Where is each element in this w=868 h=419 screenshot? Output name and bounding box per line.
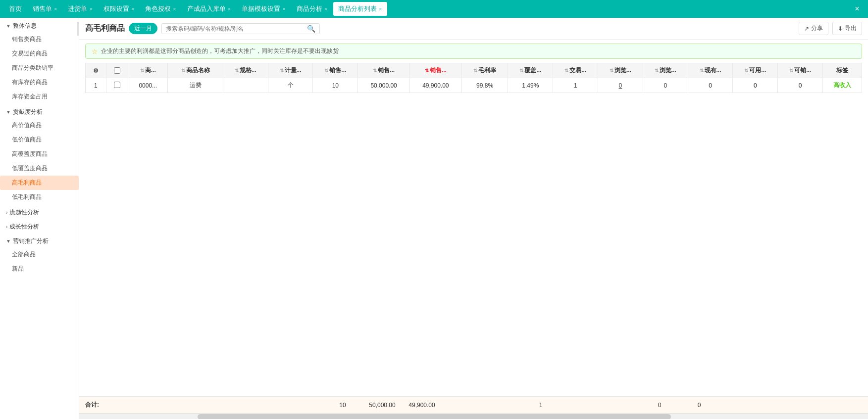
sidebar-item-high-value[interactable]: 高价值商品 — [0, 118, 79, 133]
close-template-tab[interactable]: × — [282, 6, 285, 12]
col-checkbox[interactable] — [106, 63, 128, 78]
arrow-icon-3: › — [6, 210, 7, 215]
sidebar-item-traded-goods[interactable]: 交易过的商品 — [0, 47, 79, 61]
col-transaction[interactable]: ⇅交易... — [553, 63, 598, 78]
col-tag[interactable]: 标签 — [823, 63, 862, 78]
sort-icon-11: ⇅ — [610, 68, 613, 73]
sort-icon-4: ⇅ — [280, 68, 284, 73]
sidebar-section-trend[interactable]: › 流趋性分析 — [0, 204, 79, 219]
page-title: 高毛利商品 — [85, 23, 125, 34]
close-sales-tab[interactable]: × — [54, 6, 57, 12]
cell-checkbox[interactable] — [106, 78, 128, 93]
select-all-checkbox[interactable] — [114, 67, 120, 74]
export-button[interactable]: ⬇ 导出 — [832, 22, 862, 35]
col-current[interactable]: ⇅现有... — [688, 63, 733, 78]
nav-template[interactable]: 单据模板设置 × — [237, 2, 290, 16]
col-coverage[interactable]: ⇅覆盖... — [508, 63, 553, 78]
sidebar-item-in-stock[interactable]: 有库存的商品 — [0, 75, 79, 90]
top-nav: 首页 销售单 × 进货单 × 权限设置 × 角色授权 × 产成品入库单 × 单据… — [0, 0, 868, 18]
search-icon[interactable]: 🔍 — [307, 25, 315, 33]
col-unit[interactable]: ⇅计量... — [268, 63, 313, 78]
nav-permission[interactable]: 权限设置 × — [99, 2, 139, 16]
nav-sales[interactable]: 销售单 × — [28, 2, 62, 16]
close-analysis-list-tab[interactable]: × — [379, 6, 382, 12]
sidebar-toggle[interactable]: « — [77, 22, 79, 36]
search-input[interactable] — [166, 25, 305, 32]
close-product-warehouse-tab[interactable]: × — [228, 6, 231, 12]
cell-sale-cost: 49,900.00 — [409, 78, 461, 93]
close-purchase-tab[interactable]: × — [89, 6, 92, 12]
footer-label: 合计: — [85, 401, 125, 409]
close-analysis-tab[interactable]: × — [324, 6, 327, 12]
arrow-icon-4: › — [6, 224, 7, 230]
cell-browse1[interactable]: 0 — [598, 78, 643, 93]
col-browse2[interactable]: ⇅浏览... — [643, 63, 688, 78]
bottom-scrollbar[interactable] — [79, 413, 868, 419]
sidebar-item-new-goods[interactable]: 新品 — [0, 262, 79, 276]
arrow-icon-2: ▼ — [6, 109, 11, 115]
col-sellable[interactable]: ⇅可销... — [778, 63, 823, 78]
col-sale-amt[interactable]: ⇅销售... — [358, 63, 410, 78]
footer-values: 10 50,000.00 49,900.00 1 0 0 — [125, 402, 719, 409]
sidebar-section-contribution[interactable]: ▼ 贡献度分析 — [0, 104, 79, 118]
nav-product-warehouse[interactable]: 产成品入库单 × — [182, 2, 236, 16]
cell-sale-qty: 10 — [313, 78, 358, 93]
cell-tag: 高收入 — [823, 78, 862, 93]
sidebar-item-all-goods[interactable]: 全部商品 — [0, 247, 79, 262]
share-button[interactable]: ↗ 分享 — [799, 22, 828, 35]
nav-purchase[interactable]: 进货单 × — [63, 2, 97, 16]
nav-home[interactable]: 首页 — [4, 2, 27, 16]
sort-icon-13: ⇅ — [700, 68, 704, 73]
cell-index: 1 — [86, 78, 106, 93]
col-spec[interactable]: ⇅规格... — [223, 63, 268, 78]
nav-analysis-list[interactable]: 商品分析列表 × — [333, 2, 387, 16]
sidebar-item-low-value[interactable]: 低价值商品 — [0, 133, 79, 147]
col-sale-cost[interactable]: ⇅销售... — [409, 63, 461, 78]
window-close-button[interactable]: × — [850, 2, 864, 16]
close-role-tab[interactable]: × — [173, 6, 176, 12]
col-sale-qty[interactable]: ⇅销售... — [313, 63, 358, 78]
table-wrapper[interactable]: ⚙ ⇅商... ⇅商品名称 ⇅规格... ⇅计量... ⇅销售... ⇅销售..… — [85, 63, 862, 396]
col-code[interactable]: ⇅商... — [128, 63, 168, 78]
cell-spec — [223, 78, 268, 93]
sort-icon-10: ⇅ — [564, 68, 568, 73]
scrollbar-thumb — [198, 414, 671, 419]
sidebar-section-marketing[interactable]: ▼ 营销推广分析 — [0, 233, 79, 247]
sidebar-item-category-rate[interactable]: 商品分类助销率 — [0, 61, 79, 75]
footer-empty-8 — [561, 402, 600, 409]
sort-icon-14: ⇅ — [744, 68, 748, 73]
footer-sale-qty: 10 — [323, 402, 362, 409]
cell-sale-amt: 50,000.00 — [358, 78, 410, 93]
col-name[interactable]: ⇅商品名称 — [168, 63, 223, 78]
nav-role[interactable]: 角色授权 × — [140, 2, 181, 16]
row-checkbox[interactable] — [114, 82, 120, 88]
close-permission-tab[interactable]: × — [131, 6, 134, 12]
sidebar-item-high-margin[interactable]: 高毛利商品 — [0, 176, 79, 190]
sidebar-item-sales-goods[interactable]: 销售类商品 — [0, 32, 79, 47]
search-box: 🔍 — [161, 23, 320, 34]
sort-icon-7: ⇅ — [425, 68, 429, 73]
col-browse1[interactable]: ⇅浏览... — [598, 63, 643, 78]
filter-last-month[interactable]: 近一月 — [129, 23, 157, 34]
sidebar: « ▼ 整体信息 销售类商品 交易过的商品 商品分类助销率 有库存的商品 库存资… — [0, 18, 79, 419]
arrow-icon: ▼ — [6, 23, 11, 29]
cell-unit: 个 — [268, 78, 313, 93]
sidebar-section-growth[interactable]: › 成长性分析 — [0, 219, 79, 233]
footer-empty-3 — [204, 402, 244, 409]
sidebar-item-inventory-fund[interactable]: 库存资金占用 — [0, 90, 79, 104]
footer-sale-amt: 50,000.00 — [362, 402, 402, 409]
sidebar-item-low-margin[interactable]: 低毛利商品 — [0, 190, 79, 204]
sort-icon-2: ⇅ — [181, 68, 185, 73]
col-available[interactable]: ⇅可用... — [733, 63, 778, 78]
cell-current: 0 — [688, 78, 733, 93]
sidebar-item-low-coverage[interactable]: 低覆盖度商品 — [0, 161, 79, 176]
col-margin[interactable]: ⇅毛利率 — [461, 63, 508, 78]
sidebar-section-overall[interactable]: ▼ 整体信息 — [0, 18, 79, 32]
sort-icon-15: ⇅ — [789, 68, 793, 73]
footer-available: 0 — [679, 402, 719, 409]
col-settings[interactable]: ⚙ — [86, 63, 106, 78]
sort-icon-6: ⇅ — [373, 68, 377, 73]
footer-empty-5 — [283, 402, 323, 409]
sidebar-item-high-coverage[interactable]: 高覆盖度商品 — [0, 147, 79, 161]
nav-analysis[interactable]: 商品分析 × — [292, 2, 332, 16]
